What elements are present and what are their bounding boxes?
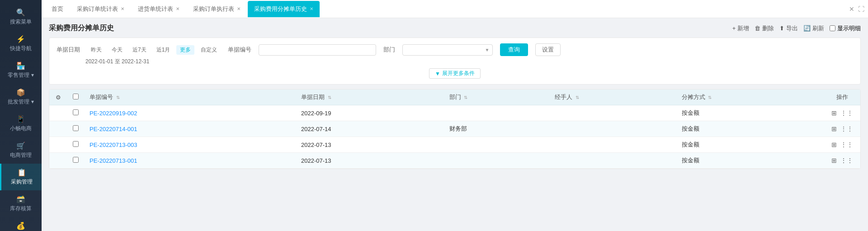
sidebar-label-mobile: 小畅电商 bbox=[10, 125, 32, 132]
col-header-actions: 操作 bbox=[824, 90, 860, 105]
page-title: 采购费用分摊单历史 bbox=[49, 24, 114, 33]
show-detail-checkbox[interactable]: 显示明细 bbox=[830, 24, 861, 33]
sidebar: 🔍搜索菜单⚡快捷导航🏪零售管理 ▾📦批发管理 ▾📱小畅电商🛒电商管理📋采购管理🗃… bbox=[0, 0, 42, 231]
table-container: ⚙ 单据编号 ⇅ 单据日期 ⇅ bbox=[49, 89, 861, 169]
row-handler-1 bbox=[549, 121, 676, 137]
row-more-icon-0[interactable]: ⋮⋮ bbox=[840, 109, 853, 117]
show-detail-input[interactable] bbox=[830, 25, 835, 31]
row-doc-no-3: PE-20220713-001 bbox=[84, 153, 296, 169]
sidebar-item-mobile[interactable]: 📱小畅电商 bbox=[0, 110, 42, 137]
col-header-handler: 经手人 ⇅ bbox=[549, 90, 676, 105]
tab-close-inbound-stats[interactable]: ✕ bbox=[176, 6, 179, 11]
wholesale-icon: 📦 bbox=[16, 88, 25, 97]
delete-icon: 🗑 bbox=[755, 25, 760, 32]
doc-no-link-2[interactable]: PE-20220713-003 bbox=[90, 141, 137, 148]
refresh-button[interactable]: 🔄 刷新 bbox=[803, 24, 824, 33]
sort-split-method-icon[interactable]: ⇅ bbox=[708, 95, 712, 100]
sidebar-label-search: 搜索菜单 bbox=[10, 18, 32, 26]
date-today[interactable]: 今天 bbox=[108, 45, 126, 55]
settings-button[interactable]: 设置 bbox=[535, 43, 561, 56]
date-buttons: 昨天 今天 近7天 近1月 更多 自定义 bbox=[87, 45, 221, 55]
tab-home[interactable]: 首页 bbox=[45, 1, 70, 17]
doc-no-link-3[interactable]: PE-20220713-001 bbox=[90, 157, 137, 164]
row-gear-1 bbox=[49, 121, 67, 137]
date-custom[interactable]: 自定义 bbox=[197, 45, 221, 55]
row-actions-0: ⊞ ⋮⋮ bbox=[824, 105, 860, 121]
dept-select[interactable] bbox=[402, 44, 493, 56]
row-check-2 bbox=[67, 137, 84, 153]
row-check-1 bbox=[67, 121, 84, 137]
doc-no-link-1[interactable]: PE-20220714-001 bbox=[90, 126, 137, 132]
sidebar-item-capital[interactable]: 💰资金管理 bbox=[0, 217, 42, 231]
sidebar-item-ecommerce[interactable]: 🛒电商管理 bbox=[0, 137, 42, 164]
row-view-icon-3[interactable]: ⊞ bbox=[831, 157, 837, 164]
sidebar-item-quicknav[interactable]: ⚡快捷导航 bbox=[0, 30, 42, 57]
row-doc-date-2: 2022-07-13 bbox=[296, 137, 443, 153]
purchase-icon: 📋 bbox=[17, 168, 26, 177]
tab-purchase-cost-split[interactable]: 采购费用分摊单历史✕ bbox=[248, 1, 320, 17]
close-window-icon[interactable]: ✕ bbox=[849, 5, 854, 13]
row-dept-3 bbox=[444, 153, 550, 169]
delete-button[interactable]: 🗑 删除 bbox=[755, 24, 774, 33]
row-view-icon-2[interactable]: ⊞ bbox=[831, 141, 837, 148]
fullscreen-icon[interactable]: ⛶ bbox=[858, 5, 864, 13]
add-button[interactable]: + 新增 bbox=[732, 24, 749, 33]
tab-label-purchase-order-exec: 采购订单执行表 bbox=[193, 5, 234, 13]
date-1month[interactable]: 近1月 bbox=[153, 45, 174, 55]
row-view-icon-1[interactable]: ⊞ bbox=[831, 125, 837, 132]
query-button[interactable]: 查询 bbox=[500, 43, 528, 56]
sort-doc-date-icon[interactable]: ⇅ bbox=[328, 95, 331, 100]
expand-icon: ▼ bbox=[435, 71, 440, 77]
row-checkbox-0[interactable] bbox=[73, 109, 79, 115]
tab-close-purchase-order-stats[interactable]: ✕ bbox=[121, 6, 124, 11]
sidebar-item-retail[interactable]: 🏪零售管理 ▾ bbox=[0, 57, 42, 84]
sidebar-label-quicknav: 快捷导航 bbox=[10, 45, 32, 52]
tab-purchase-order-stats[interactable]: 采购订单统计表✕ bbox=[71, 1, 131, 17]
row-checkbox-3[interactable] bbox=[73, 157, 79, 163]
tab-label-purchase-cost-split: 采购费用分摊单历史 bbox=[254, 5, 307, 13]
date-label: 单据日期 bbox=[57, 46, 80, 54]
row-gear-3 bbox=[49, 153, 67, 169]
row-more-icon-2[interactable]: ⋮⋮ bbox=[840, 141, 853, 148]
row-dept-1: 财务部 bbox=[444, 121, 550, 137]
sort-doc-no-icon[interactable]: ⇅ bbox=[116, 95, 120, 100]
sidebar-item-wholesale[interactable]: 📦批发管理 ▾ bbox=[0, 84, 42, 110]
sidebar-item-search[interactable]: 🔍搜索菜单 bbox=[0, 4, 42, 30]
tab-close-purchase-cost-split[interactable]: ✕ bbox=[310, 6, 313, 11]
tab-inbound-stats[interactable]: 进货单统计表✕ bbox=[132, 1, 186, 17]
gear-icon[interactable]: ⚙ bbox=[56, 94, 61, 101]
tab-close-purchase-order-exec[interactable]: ✕ bbox=[237, 6, 241, 11]
row-doc-no-0: PE-20220919-002 bbox=[84, 105, 296, 121]
row-more-icon-3[interactable]: ⋮⋮ bbox=[840, 157, 853, 164]
export-button[interactable]: ⬆ 导出 bbox=[779, 24, 798, 33]
tab-purchase-order-exec[interactable]: 采购订单执行表✕ bbox=[187, 1, 247, 17]
row-doc-date-3: 2022-07-13 bbox=[296, 153, 443, 169]
sort-handler-icon[interactable]: ⇅ bbox=[576, 95, 579, 100]
sort-dept-icon[interactable]: ⇅ bbox=[464, 95, 467, 100]
row-checkbox-1[interactable] bbox=[73, 125, 79, 131]
date-more[interactable]: 更多 bbox=[176, 45, 194, 55]
expand-more-button[interactable]: ▼ 展开更多条件 bbox=[429, 68, 481, 79]
select-all-checkbox[interactable] bbox=[73, 94, 79, 99]
toolbar: + 新增 🗑 删除 ⬆ 导出 🔄 刷新 显示明细 bbox=[732, 24, 861, 33]
row-dept-0 bbox=[444, 105, 550, 121]
row-view-icon-0[interactable]: ⊞ bbox=[831, 109, 837, 117]
sidebar-label-retail: 零售管理 ▾ bbox=[8, 71, 33, 79]
row-doc-no-2: PE-20220713-003 bbox=[84, 137, 296, 153]
data-table: ⚙ 单据编号 ⇅ 单据日期 ⇅ bbox=[49, 90, 860, 169]
col-header-doc-no: 单据编号 ⇅ bbox=[84, 90, 296, 105]
export-icon: ⬆ bbox=[779, 25, 784, 32]
date-7days[interactable]: 近7天 bbox=[129, 45, 150, 55]
date-yesterday[interactable]: 昨天 bbox=[87, 45, 105, 55]
sidebar-item-purchase[interactable]: 📋采购管理 bbox=[0, 164, 42, 190]
expand-more-row: ▼ 展开更多条件 bbox=[57, 68, 853, 79]
row-check-3 bbox=[67, 153, 84, 169]
retail-icon: 🏪 bbox=[16, 61, 25, 70]
row-more-icon-1[interactable]: ⋮⋮ bbox=[840, 125, 853, 132]
col-header-split-method: 分摊方式 ⇅ bbox=[676, 90, 825, 105]
sidebar-item-inventory[interactable]: 🗃️库存核算 bbox=[0, 190, 42, 217]
doc-no-link-0[interactable]: PE-20220919-002 bbox=[90, 110, 137, 117]
doc-no-input[interactable] bbox=[259, 44, 376, 56]
row-checkbox-2[interactable] bbox=[73, 141, 79, 147]
tab-label-home: 首页 bbox=[52, 5, 63, 13]
